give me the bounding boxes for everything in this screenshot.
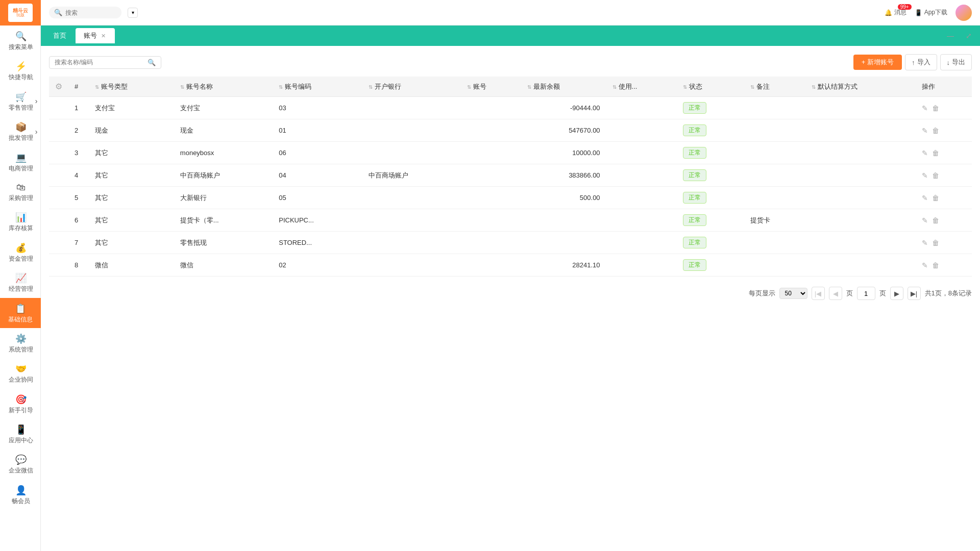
cell-remark-4 xyxy=(744,164,805,187)
cell-bank-5 xyxy=(362,187,461,209)
cell-type-4: 其它 xyxy=(89,164,174,187)
col-type[interactable]: 账号类型 xyxy=(89,77,174,97)
add-account-button[interactable]: + 新增账号 xyxy=(853,55,902,70)
expand-button[interactable]: ▾ xyxy=(128,8,138,18)
maximize-button[interactable]: ⤢ xyxy=(962,29,976,43)
topbar-search[interactable]: 🔍 xyxy=(49,7,121,18)
edit-icon-4[interactable]: ✎ xyxy=(922,171,928,180)
delete-icon-3[interactable]: 🗑 xyxy=(932,149,939,157)
last-page-button[interactable]: ▶| xyxy=(908,287,921,300)
cell-name-8: 微信 xyxy=(174,254,273,277)
sidebar-label-basic: 基础信息 xyxy=(8,316,33,323)
cell-num-3: 3 xyxy=(68,142,89,164)
delete-icon-4[interactable]: 🗑 xyxy=(932,171,939,180)
sidebar-item-purchase[interactable]: 🛍 采购管理 xyxy=(0,177,41,207)
cell-name-1: 支付宝 xyxy=(174,97,273,119)
cell-name-2: 现金 xyxy=(174,119,273,142)
col-code[interactable]: 账号编码 xyxy=(273,77,362,97)
edit-icon-8[interactable]: ✎ xyxy=(922,261,928,269)
edit-icon-6[interactable]: ✎ xyxy=(922,216,928,224)
col-balance[interactable]: 最新余额 xyxy=(521,77,606,97)
cell-type-5: 其它 xyxy=(89,187,174,209)
import-button[interactable]: ↑ 导入 xyxy=(905,54,937,70)
export-button[interactable]: ↓ 导出 xyxy=(940,54,972,70)
sidebar-item-system[interactable]: ⚙️ 系统管理 xyxy=(0,328,41,358)
sidebar-item-ecommerce[interactable]: 💻 电商管理 xyxy=(0,147,41,177)
cell-num-8: 8 xyxy=(68,254,89,277)
cell-name-4: 中百商场账户 xyxy=(174,164,273,187)
sidebar-label-finance: 资金管理 xyxy=(9,255,33,262)
cell-status-1: 正常 xyxy=(677,97,745,119)
sidebar-label-inventory: 库存核算 xyxy=(9,224,33,232)
first-page-button[interactable]: |◀ xyxy=(812,287,825,300)
cell-account-5 xyxy=(461,187,521,209)
delete-icon-5[interactable]: 🗑 xyxy=(932,194,939,202)
col-remark[interactable]: 备注 xyxy=(744,77,805,97)
delete-icon-8[interactable]: 🗑 xyxy=(932,261,939,269)
tab-account[interactable]: 账号 ✕ xyxy=(76,28,115,43)
edit-icon-3[interactable]: ✎ xyxy=(922,149,928,157)
cell-code-5: 05 xyxy=(273,187,362,209)
col-default-settle[interactable]: 默认结算方式 xyxy=(805,77,916,97)
page-number-input[interactable] xyxy=(857,287,875,300)
cell-balance-1: -90444.00 xyxy=(521,97,606,119)
settings-icon[interactable]: ⚙ xyxy=(55,82,62,91)
cell-code-8: 02 xyxy=(273,254,362,277)
minimize-button[interactable]: — xyxy=(943,29,958,43)
col-bank[interactable]: 开户银行 xyxy=(362,77,461,97)
col-usage[interactable]: 使用... xyxy=(606,77,677,97)
tab-home[interactable]: 首页 xyxy=(45,28,75,43)
edit-icon-2[interactable]: ✎ xyxy=(922,127,928,135)
next-page-button[interactable]: ▶ xyxy=(890,287,903,300)
delete-icon-1[interactable]: 🗑 xyxy=(932,104,939,112)
message-button[interactable]: 🔔 消息 99+ xyxy=(885,8,906,17)
sidebar-item-appcenter[interactable]: 📱 应用中心 xyxy=(0,419,41,449)
avatar[interactable] xyxy=(955,5,972,21)
col-num: # xyxy=(68,77,89,97)
sidebar-item-inventory[interactable]: 📊 库存核算 xyxy=(0,207,41,237)
cell-status-5: 正常 xyxy=(677,187,745,209)
sidebar-item-search[interactable]: 🔍 搜索菜单 xyxy=(0,26,41,56)
sidebar-item-enterprise[interactable]: 🤝 企业协同 xyxy=(0,358,41,388)
search-icon[interactable]: 🔍 xyxy=(148,59,156,66)
sidebar-item-quicknav[interactable]: ⚡ 快捷导航 xyxy=(0,56,41,86)
sidebar-label-enterprise: 企业协同 xyxy=(9,376,33,383)
sidebar-item-corpwechat[interactable]: 💬 企业微信 xyxy=(0,449,41,479)
cell-usage-4 xyxy=(606,164,677,187)
cell-settings-6 xyxy=(49,209,68,232)
edit-icon-1[interactable]: ✎ xyxy=(922,104,928,112)
sidebar-item-finance[interactable]: 💰 资金管理 xyxy=(0,237,41,267)
export-label: 导出 xyxy=(952,58,965,67)
topbar-search-input[interactable] xyxy=(65,9,116,16)
delete-icon-6[interactable]: 🗑 xyxy=(932,216,939,224)
col-account[interactable]: 账号 xyxy=(461,77,521,97)
sidebar-item-wholesale[interactable]: 📦 批发管理 xyxy=(0,116,41,146)
page-size-select[interactable]: 50 100 xyxy=(779,288,807,299)
sidebar-label-wholesale: 批发管理 xyxy=(9,134,33,141)
toolbar-right: + 新增账号 ↑ 导入 ↓ 导出 xyxy=(853,54,972,70)
delete-icon-2[interactable]: 🗑 xyxy=(932,127,939,135)
topbar: 🔍 ▾ 🔔 消息 99+ 📱 App下载 xyxy=(41,0,980,26)
sidebar-item-operations[interactable]: 📈 经营管理 xyxy=(0,267,41,297)
cell-name-5: 大新银行 xyxy=(174,187,273,209)
app-download-button[interactable]: 📱 App下载 xyxy=(915,8,947,17)
sidebar-item-member[interactable]: 👤 畅会员 xyxy=(0,480,41,510)
search-box[interactable]: 🔍 xyxy=(49,56,161,69)
search-input[interactable] xyxy=(55,59,144,66)
cell-usage-5 xyxy=(606,187,677,209)
cell-usage-8 xyxy=(606,254,677,277)
cell-actions-5: ✎ 🗑 xyxy=(916,187,972,209)
cell-balance-2: 547670.00 xyxy=(521,119,606,142)
sidebar-item-retail[interactable]: 🛒 零售管理 xyxy=(0,86,41,116)
edit-icon-7[interactable]: ✎ xyxy=(922,239,928,247)
prev-page-button[interactable]: ◀ xyxy=(829,287,842,300)
tab-close-icon[interactable]: ✕ xyxy=(100,33,107,39)
cell-status-6: 正常 xyxy=(677,209,745,232)
edit-icon-5[interactable]: ✎ xyxy=(922,194,928,202)
col-status[interactable]: 状态 xyxy=(677,77,745,97)
sidebar-label-appcenter: 应用中心 xyxy=(9,437,33,444)
col-name[interactable]: 账号名称 xyxy=(174,77,273,97)
sidebar-item-basic[interactable]: 📋 基础信息 xyxy=(0,298,41,328)
delete-icon-7[interactable]: 🗑 xyxy=(932,239,939,247)
sidebar-item-newguide[interactable]: 🎯 新手引导 xyxy=(0,389,41,419)
